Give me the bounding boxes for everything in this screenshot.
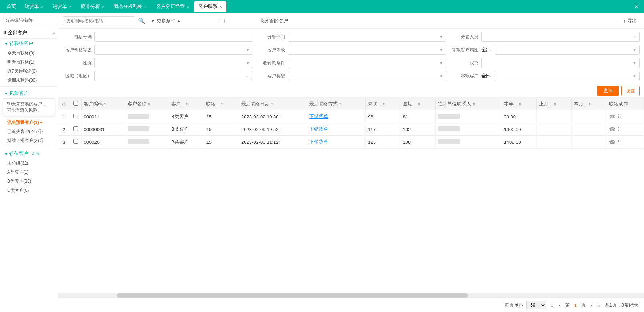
close-window-icon[interactable]: ×	[632, 3, 641, 10]
sort-person-icon[interactable]: ⇅	[472, 102, 475, 106]
sidebar-item-churned[interactable]: 已流失客户(24) ⓘ	[0, 127, 58, 136]
sidebar-item-unclassified[interactable]: 未分组(32)	[0, 159, 58, 168]
refresh-icon[interactable]: ↺	[31, 151, 35, 156]
row-code: 000011	[81, 110, 125, 123]
action-more-icon[interactable]: ⠿	[617, 114, 621, 119]
action-more-icon[interactable]: ⠿	[617, 139, 621, 145]
action-more-icon[interactable]: ⠿	[617, 126, 621, 132]
scrollbar-thumb[interactable]	[117, 293, 468, 298]
close-product-analysis-list-icon[interactable]: ×	[144, 4, 146, 9]
sidebar-item-7days-pending[interactable]: 近7天待联络(0)	[0, 67, 58, 76]
nature-select[interactable]: ▼	[94, 58, 253, 68]
settings-button[interactable]: 设置	[621, 86, 640, 96]
tab-customer-contact[interactable]: 客户联系 ×	[194, 1, 226, 12]
table-horizontal-scrollbar[interactable]	[58, 293, 644, 298]
sidebar-collapse-icon[interactable]: «	[52, 30, 55, 35]
my-customers-checkbox[interactable]	[186, 19, 258, 23]
sidebar-group-risk[interactable]: ▼ 风险客户	[0, 88, 58, 98]
sort-type-icon[interactable]: ⇅	[186, 102, 189, 106]
row-this-month	[572, 123, 607, 136]
col-checkbox[interactable]	[70, 98, 81, 110]
prev-page-btn[interactable]: ‹	[558, 302, 562, 309]
zero-customer-select[interactable]: ▼	[495, 71, 640, 81]
sidebar-group-pending-contact[interactable]: ▼ 待联络客户	[0, 39, 58, 49]
close-customer-contact-icon[interactable]: ×	[220, 4, 222, 9]
sidebar-item-overdue-pending[interactable]: 逾期未联络(30)	[0, 76, 58, 85]
sort-code-icon[interactable]: ⇅	[104, 102, 107, 106]
customer-type-select[interactable]: ▼	[288, 71, 446, 81]
row-this-month	[572, 136, 607, 149]
sort-overdue-icon[interactable]: ⇅	[418, 102, 420, 106]
col-un-contact: 未联... ⇅	[366, 98, 401, 110]
status-select[interactable]: ▼	[481, 58, 640, 68]
zero-attr-select[interactable]: ▼	[495, 45, 640, 55]
sort-contact-icon[interactable]: ⇅	[221, 102, 224, 106]
search-btn-icon[interactable]: 🔍	[138, 17, 145, 24]
row-checkbox-cell[interactable]	[70, 110, 81, 123]
sort-last-month-icon[interactable]: ⇅	[554, 102, 556, 106]
sidebar-item-class-a[interactable]: A类客户(1)	[0, 168, 58, 177]
phone-input[interactable]	[94, 32, 253, 42]
customer-level-select[interactable]: ▼	[288, 45, 446, 55]
sidebar-group-value[interactable]: ▼ 价值客户 ↺ ✎	[0, 149, 58, 159]
row-contact-method-link[interactable]: 下销货单	[309, 139, 328, 145]
row-checkbox[interactable]	[73, 126, 78, 131]
close-purchase-order-icon[interactable]: ×	[69, 4, 71, 9]
tab-home[interactable]: 首页	[3, 3, 20, 10]
action-contact-icon[interactable]: ☎	[609, 139, 615, 145]
sidebar-item-churn-warning[interactable]: 流失预警客户(3) ●	[0, 118, 58, 127]
sort-this-month-icon[interactable]: ⇅	[589, 102, 592, 106]
tab-product-analysis[interactable]: 商品分析 ×	[77, 1, 109, 12]
dept-select[interactable]: ▼	[288, 32, 446, 42]
sort-name-icon[interactable]: ⇅	[148, 102, 150, 106]
person-select[interactable]: ···	[481, 32, 640, 42]
close-sales-order-icon[interactable]: ×	[41, 4, 43, 9]
col-contact-person: 往来单位联系人 ⇅	[436, 98, 502, 110]
row-checkbox[interactable]	[73, 114, 78, 118]
sidebar-search-input[interactable]	[3, 16, 58, 24]
sort-method-icon[interactable]: ⇅	[339, 102, 342, 106]
export-btn[interactable]: ↑ 导出	[621, 16, 640, 25]
row-contact-method-link[interactable]: 下销货单	[309, 114, 328, 119]
sidebar-item-class-c[interactable]: C类客户(6)	[0, 186, 58, 195]
sort-year-icon[interactable]: ⇅	[519, 102, 522, 106]
col-settings[interactable]: ⚙	[58, 98, 70, 110]
col-this-month: 本月... ⇅	[572, 98, 607, 110]
region-select[interactable]: ···	[94, 71, 253, 81]
row-checkbox[interactable]	[73, 139, 78, 144]
person-more-icon[interactable]: ···	[630, 34, 636, 39]
per-page-select[interactable]: 50 20 100	[526, 301, 546, 309]
action-contact-icon[interactable]: ☎	[609, 114, 615, 119]
more-conditions-btn[interactable]: ▼ 更多条件 ▲	[148, 16, 183, 25]
sidebar-all-customers-header[interactable]: ⠿ 全部客户 «	[0, 27, 58, 39]
select-all-checkbox[interactable]	[73, 101, 78, 106]
last-page-btn[interactable]: »	[596, 302, 601, 309]
tab-customer-tier[interactable]: 客户分层经营 ×	[152, 1, 193, 12]
sort-date-icon[interactable]: ⇅	[271, 102, 274, 106]
row-checkbox-cell[interactable]	[70, 123, 81, 136]
price-level-select[interactable]: ▼	[94, 45, 253, 55]
sort-un-icon[interactable]: ⇅	[383, 102, 386, 106]
sidebar-item-declining[interactable]: 持续下滑客户(2) ⓘ	[0, 136, 58, 145]
action-contact-icon[interactable]: ☎	[609, 126, 615, 132]
search-input[interactable]	[63, 16, 135, 25]
sidebar-item-tomorrow-pending[interactable]: 明天待联络(1)	[0, 58, 58, 67]
payment-select[interactable]: ▼	[288, 58, 446, 68]
close-customer-tier-icon[interactable]: ×	[187, 4, 189, 9]
row-contact-method-link[interactable]: 下销货单	[309, 126, 328, 132]
row-name-blurred	[128, 114, 149, 119]
tab-sales-order[interactable]: 销货单 ×	[20, 1, 48, 12]
sidebar-item-today-pending[interactable]: 今天待联络(0)	[0, 49, 58, 58]
next-page-btn[interactable]: ›	[589, 302, 593, 309]
edit-icon[interactable]: ✎	[36, 151, 39, 156]
page-unit: 页	[581, 302, 586, 308]
tab-product-analysis-list[interactable]: 商品分析列表 ×	[109, 1, 151, 12]
region-more-icon[interactable]: ···	[243, 73, 250, 78]
my-customers-checkbox-area[interactable]: 我分管的客户	[186, 17, 288, 24]
row-checkbox-cell[interactable]	[70, 136, 81, 149]
sidebar-item-class-b[interactable]: B类客户(33)	[0, 177, 58, 186]
close-product-analysis-icon[interactable]: ×	[102, 4, 104, 9]
first-page-btn[interactable]: «	[549, 302, 555, 309]
query-button[interactable]: 查询	[597, 86, 619, 96]
tab-purchase-order[interactable]: 进货单 ×	[48, 1, 76, 12]
